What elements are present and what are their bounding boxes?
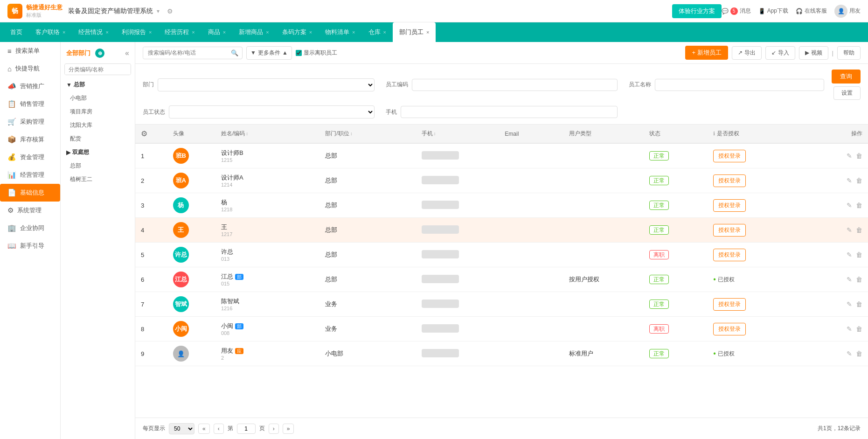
tree-item-xiangmuku[interactable]: 项目库房 <box>61 105 135 118</box>
edit-icon[interactable]: ✎ <box>847 226 852 234</box>
auth-btn[interactable]: 授权登录 <box>713 249 746 261</box>
video-btn[interactable]: ▶ 视频 <box>799 46 828 60</box>
more-conditions-btn[interactable]: ▼ 更多条件 ▲ <box>246 46 292 60</box>
sidebar-item-operations[interactable]: 📊经营管理 <box>0 166 60 184</box>
prev-page-btn[interactable]: ‹ <box>214 424 224 434</box>
nav-tab-仓库[interactable]: 仓库× <box>362 22 393 42</box>
close-tab-icon[interactable]: × <box>309 29 312 35</box>
table-settings-icon[interactable]: ⚙ <box>141 130 147 138</box>
close-tab-icon[interactable]: × <box>266 29 269 35</box>
collapse-panel-btn[interactable]: « <box>125 49 129 57</box>
delete-icon[interactable]: 🗑 <box>856 350 862 357</box>
edit-icon[interactable]: ✎ <box>847 325 852 333</box>
sidebar-item-sales[interactable]: 📋销售管理 <box>0 95 60 113</box>
first-page-btn[interactable]: « <box>198 424 210 434</box>
nav-tab-商品[interactable]: 商品× <box>201 22 232 42</box>
help-btn[interactable]: 帮助 <box>837 46 861 60</box>
edit-icon[interactable]: ✎ <box>847 177 852 184</box>
toolbar-search-icon[interactable]: 🔍 <box>227 47 242 59</box>
filter-empname-input[interactable] <box>655 79 824 91</box>
sidebar-item-system[interactable]: ⚙系统管理 <box>0 202 60 219</box>
last-page-btn[interactable]: » <box>283 424 294 434</box>
edit-icon[interactable]: ✎ <box>847 276 852 283</box>
show-resigned-checkbox-label[interactable]: 显示离职员工 <box>296 49 337 57</box>
nav-tab-经营历程[interactable]: 经营历程× <box>158 22 201 42</box>
app-download-btn[interactable]: 📱 App下载 <box>758 7 788 15</box>
auth-btn[interactable]: 授权登录 <box>713 199 746 212</box>
nav-tab-新增商品[interactable]: 新增商品× <box>232 22 275 42</box>
auth-btn[interactable]: 授权登录 <box>713 224 746 237</box>
delete-icon[interactable]: 🗑 <box>856 152 862 160</box>
delete-icon[interactable]: 🗑 <box>856 177 862 184</box>
nav-tab-客户联络[interactable]: 客户联络× <box>29 22 72 42</box>
delete-icon[interactable]: 🗑 <box>856 300 862 308</box>
col-dept-pos[interactable]: 部门/职位↕ <box>319 125 416 143</box>
search-btn[interactable]: 查询 <box>832 70 861 84</box>
edit-icon[interactable]: ✎ <box>847 350 852 357</box>
col-phone[interactable]: 手机↕ <box>416 125 500 143</box>
filter-empcode-input[interactable] <box>412 79 618 91</box>
auth-btn[interactable]: 授权登录 <box>713 323 746 335</box>
trial-btn[interactable]: 体验行业方案 <box>672 4 722 18</box>
auth-btn[interactable]: 授权登录 <box>713 174 746 187</box>
delete-icon[interactable]: 🗑 <box>856 251 862 258</box>
page-size-select[interactable]: 50 100 200 <box>169 423 194 434</box>
close-tab-icon[interactable]: × <box>383 29 386 35</box>
nav-tab-首页[interactable]: 首页 <box>4 22 29 42</box>
add-employee-btn[interactable]: + 新增员工 <box>685 46 728 60</box>
sidebar-item-marketing[interactable]: 📣营销推广 <box>0 77 60 95</box>
edit-icon[interactable]: ✎ <box>847 251 852 258</box>
delete-icon[interactable]: 🗑 <box>856 276 862 283</box>
delete-icon[interactable]: 🗑 <box>856 325 862 333</box>
tree-item-shuangtingxiang[interactable]: ▶ 双庭想 <box>61 146 135 159</box>
sidebar-item-guide[interactable]: 📖新手引导 <box>0 237 60 255</box>
sidebar-item-quick-nav[interactable]: ⌂快捷导航 <box>0 60 60 77</box>
tree-item-peihuo[interactable]: 配货 <box>61 132 135 146</box>
tree-item-shenyangdaku[interactable]: 沈阳大库 <box>61 118 135 132</box>
sidebar-item-basic-info[interactable]: 📄基础信息 <box>0 184 60 202</box>
close-tab-icon[interactable]: × <box>105 29 108 35</box>
nav-tab-物料清单[interactable]: 物料清单× <box>319 22 361 42</box>
filter-status-select[interactable] <box>169 105 375 118</box>
dept-search-input[interactable] <box>65 64 131 75</box>
export-btn[interactable]: ↗ 导出 <box>732 46 762 60</box>
nav-tab-部门员工[interactable]: 部门员工× <box>393 22 436 42</box>
auth-btn[interactable]: 授权登录 <box>713 298 746 311</box>
sidebar-item-purchase[interactable]: 🛒采购管理 <box>0 113 60 131</box>
close-tab-icon[interactable]: × <box>223 29 226 35</box>
next-page-btn[interactable]: › <box>269 424 279 434</box>
nav-tab-条码方案[interactable]: 条码方案× <box>276 22 319 42</box>
show-resigned-checkbox[interactable] <box>296 50 302 56</box>
reset-btn[interactable]: 设置 <box>833 86 861 100</box>
sidebar-item-corp[interactable]: 🏢企业协同 <box>0 219 60 237</box>
tree-item-zongbu-child[interactable]: 总部 <box>61 159 135 173</box>
edit-icon[interactable]: ✎ <box>847 202 852 209</box>
close-tab-icon[interactable]: × <box>352 29 355 35</box>
nav-tab-经营情况[interactable]: 经营情况× <box>72 22 115 42</box>
close-tab-icon[interactable]: × <box>149 29 152 35</box>
close-tab-icon[interactable]: × <box>192 29 194 35</box>
sidebar-item-finance[interactable]: 💰资金管理 <box>0 148 60 166</box>
sidebar-item-search-menu[interactable]: ≡搜索菜单 <box>0 42 60 60</box>
collapse-btn[interactable]: ⊕ <box>95 49 104 58</box>
settings-icon[interactable]: ⚙ <box>167 7 173 15</box>
nav-tab-利润报告[interactable]: 利润报告× <box>115 22 158 42</box>
message-btn[interactable]: 💬 5 消息 <box>722 7 751 15</box>
online-support-btn[interactable]: 🎧 在线客服 <box>796 7 827 15</box>
user-avatar-btn[interactable]: 👤 用友 <box>834 5 861 18</box>
edit-icon[interactable]: ✎ <box>847 300 852 308</box>
delete-icon[interactable]: 🗑 <box>856 226 862 234</box>
tree-item-xiaodiandu[interactable]: 小电部 <box>61 91 135 105</box>
delete-icon[interactable]: 🗑 <box>856 202 862 209</box>
import-btn[interactable]: ↙ 导入 <box>765 46 795 60</box>
search-input[interactable] <box>143 47 227 58</box>
col-name-code[interactable]: 姓名/编码↕ <box>215 125 319 143</box>
filter-phone-input[interactable] <box>401 106 618 118</box>
close-tab-icon[interactable]: × <box>426 29 429 35</box>
edit-icon[interactable]: ✎ <box>847 152 852 160</box>
close-tab-icon[interactable]: × <box>62 29 65 35</box>
filter-dept-select[interactable] <box>158 78 375 91</box>
tree-item-zongbu-parent[interactable]: ▼ 总部 <box>61 78 135 91</box>
sidebar-item-inventory[interactable]: 📦库存核算 <box>0 131 60 148</box>
page-input[interactable] <box>237 424 256 434</box>
